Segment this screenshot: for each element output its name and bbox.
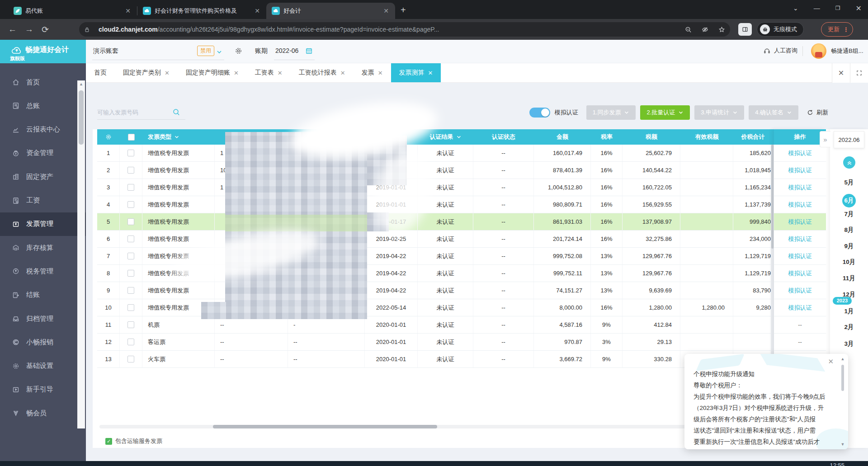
sidebar-item-report[interactable]: 云报表中心 bbox=[0, 118, 86, 141]
user-avatar[interactable] bbox=[811, 43, 826, 59]
row-checkbox[interactable] bbox=[127, 356, 134, 362]
sidebar-item-ledger[interactable]: 总账 bbox=[0, 94, 86, 118]
close-all-tabs-button[interactable]: ✕ bbox=[832, 63, 850, 83]
sort-chevron-icon[interactable] bbox=[174, 134, 179, 140]
sidebar-item-reimburse[interactable]: 小畅报销 bbox=[0, 330, 86, 354]
simulate-action[interactable]: 模拟认证 bbox=[774, 231, 826, 248]
fullscreen-button[interactable] bbox=[850, 63, 868, 83]
side-panel-icon[interactable] bbox=[738, 23, 752, 36]
period-value[interactable]: 2022-06 bbox=[275, 47, 298, 54]
row-checkbox[interactable] bbox=[127, 270, 134, 277]
sidebar-item-tax[interactable]: 税务管理 bbox=[0, 259, 86, 283]
table-row[interactable]: 5增值税专用发票2019-01-17未认证--861,931.0316%137,… bbox=[97, 213, 826, 231]
sidebar-item-invoice[interactable]: 发票管理 bbox=[0, 212, 86, 236]
simulate-action[interactable]: 模拟认证 bbox=[774, 196, 826, 213]
page-tab[interactable]: 工资统计报表✕ bbox=[291, 63, 354, 82]
table-row[interactable]: 9增值税专用发票2019-04-22未认证--74,151.2713%9,639… bbox=[97, 282, 826, 299]
row-checkbox[interactable] bbox=[127, 184, 134, 191]
table-row[interactable]: 12客运票----2020-01-01未认证--970.873%29.13 bbox=[97, 334, 826, 351]
support-button[interactable]: 人工咨询 bbox=[763, 47, 797, 55]
row-checkbox[interactable] bbox=[127, 321, 134, 328]
simulate-action[interactable]: 模拟认证 bbox=[774, 299, 826, 316]
horizontal-scrollbar-thumb[interactable] bbox=[213, 425, 437, 428]
simulate-action[interactable]: 模拟认证 bbox=[774, 162, 826, 179]
account-chevron-down-icon[interactable] bbox=[216, 49, 222, 55]
tab-close-icon[interactable]: ✕ bbox=[382, 7, 391, 14]
sidebar-item-archive[interactable]: 归档管理 bbox=[0, 307, 86, 330]
row-checkbox[interactable] bbox=[127, 253, 134, 259]
table-row[interactable]: 3增值税专用发票12019-01-01未认证--1,004,512.8016%1… bbox=[97, 179, 826, 196]
sidebar-item-salary[interactable]: 工资 bbox=[0, 189, 86, 212]
sort-chevron-icon[interactable] bbox=[456, 134, 462, 140]
page-tab[interactable]: 发票✕ bbox=[354, 63, 391, 82]
scroll-up-arrow-icon[interactable]: ▲ bbox=[77, 80, 85, 88]
account-set-name[interactable]: 演示账套 bbox=[93, 47, 118, 55]
row-checkbox[interactable] bbox=[127, 150, 134, 156]
eye-off-icon[interactable] bbox=[701, 26, 709, 33]
sidebar-item-member[interactable]: 畅会员 bbox=[0, 401, 86, 425]
window-minimize-icon[interactable]: — bbox=[814, 5, 820, 12]
row-checkbox[interactable] bbox=[127, 339, 134, 345]
browser-tab[interactable]: 好会计财务管理软件购买价格及✕ bbox=[137, 3, 266, 19]
calendar-icon[interactable] bbox=[305, 47, 313, 55]
table-row[interactable]: 4增值税专用发票2019-01-01未认证--980,809.7116%156,… bbox=[97, 196, 826, 213]
sidebar-item-inventory[interactable]: 库存核算 bbox=[0, 236, 86, 259]
more-menu-icon[interactable]: ⋮ bbox=[843, 26, 849, 33]
simulate-action[interactable]: 模拟认证 bbox=[774, 282, 826, 299]
table-scrollbar-thumb[interactable] bbox=[771, 145, 774, 249]
row-checkbox[interactable] bbox=[127, 201, 134, 208]
user-name[interactable]: 畅捷通B组... bbox=[831, 47, 867, 55]
sidebar-item-asset[interactable]: 固定资产 bbox=[0, 165, 86, 188]
sidebar-item-closing[interactable]: 结账 bbox=[0, 283, 86, 307]
page-tab-close-icon[interactable]: ✕ bbox=[428, 70, 433, 76]
page-tab[interactable]: 首页 bbox=[86, 63, 115, 82]
zoom-out-icon[interactable] bbox=[684, 26, 692, 33]
sidebar-item-settings[interactable]: 基础设置 bbox=[0, 354, 86, 378]
sidebar-item-guide[interactable]: 新手引导 bbox=[0, 378, 86, 401]
account-settings-gear-icon[interactable] bbox=[234, 47, 243, 55]
update-button[interactable]: 更新 ⋮ bbox=[821, 22, 853, 37]
select-all-checkbox[interactable] bbox=[128, 134, 135, 141]
window-close-icon[interactable]: ✕ bbox=[856, 4, 862, 13]
month-panel-expander[interactable]: » bbox=[820, 131, 830, 147]
month-item[interactable]: 6月 bbox=[842, 194, 856, 207]
invoice-search-input[interactable] bbox=[97, 109, 172, 116]
include-transport-checkbox-row[interactable]: ✓ 包含运输服务发票 bbox=[105, 437, 162, 445]
browser-tab[interactable]: 易代账✕ bbox=[8, 3, 137, 19]
simulate-action[interactable]: 模拟认证 bbox=[774, 145, 826, 162]
page-tab[interactable]: 固定资产类别✕ bbox=[115, 63, 178, 82]
month-item[interactable]: 10月 bbox=[830, 258, 868, 266]
refresh-button[interactable]: 刷新 bbox=[807, 108, 828, 117]
horizontal-scrollbar[interactable] bbox=[99, 425, 687, 428]
current-period-box[interactable]: 2022.06 bbox=[834, 131, 864, 148]
tab-close-icon[interactable]: ✕ bbox=[123, 7, 132, 14]
popup-close-icon[interactable]: ✕ bbox=[828, 358, 834, 366]
table-row[interactable]: 1增值税专用发票12019-01-01未认证--160,017.4916%25,… bbox=[97, 145, 826, 162]
page-tab-close-icon[interactable]: ✕ bbox=[278, 70, 283, 76]
simulate-toggle[interactable] bbox=[529, 108, 550, 118]
month-item[interactable]: 2月 bbox=[830, 323, 868, 331]
forward-icon[interactable]: → bbox=[25, 24, 33, 34]
page-tab[interactable]: 固定资产明细账✕ bbox=[178, 63, 247, 82]
search-icon[interactable] bbox=[172, 108, 181, 117]
row-checkbox[interactable] bbox=[127, 287, 134, 294]
month-item[interactable]: 5月 bbox=[830, 179, 868, 187]
month-item[interactable]: 11月 bbox=[830, 274, 868, 282]
checked-checkbox-icon[interactable]: ✓ bbox=[105, 438, 112, 445]
popup-scrollbar[interactable]: ▲ ▼ bbox=[840, 357, 845, 447]
row-checkbox[interactable] bbox=[127, 218, 134, 225]
simulate-action[interactable]: 模拟认证 bbox=[774, 213, 826, 231]
row-checkbox[interactable] bbox=[127, 304, 134, 311]
page-tab[interactable]: 工资表✕ bbox=[247, 63, 291, 82]
row-checkbox[interactable] bbox=[127, 235, 134, 242]
popup-scrollbar-thumb[interactable] bbox=[841, 365, 844, 391]
page-tab-close-icon[interactable]: ✕ bbox=[378, 70, 383, 76]
month-item[interactable]: 8月 bbox=[830, 226, 868, 234]
col-type[interactable]: 发票类型 bbox=[142, 129, 215, 145]
popup-scroll-up-icon[interactable]: ▲ bbox=[840, 357, 845, 361]
address-bar[interactable]: cloud2.chanjet.com /accounting/uh26t264j… bbox=[79, 22, 730, 37]
sidebar-scrollbar[interactable]: ▲ bbox=[77, 80, 85, 428]
sidebar-scrollbar-thumb[interactable] bbox=[79, 90, 84, 145]
step-button[interactable]: 2.批量认证 bbox=[640, 105, 690, 120]
new-tab-button[interactable]: + bbox=[401, 5, 406, 15]
